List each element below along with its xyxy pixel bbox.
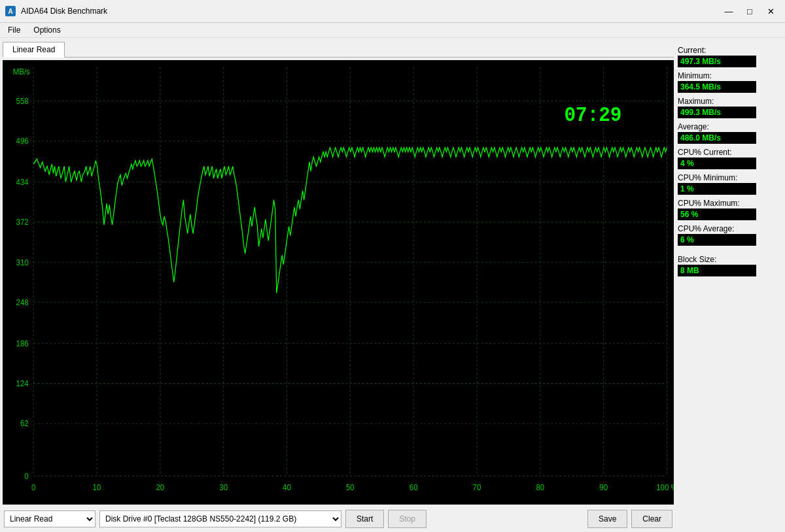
chart-svg: MB/s 558 496 434 372 310 248 186 124 62 … xyxy=(3,60,674,505)
stat-cpu-current: CPU% Current: 4 % xyxy=(678,145,782,169)
svg-text:372: 372 xyxy=(16,218,29,226)
average-value: 486.0 MB/s xyxy=(678,132,756,144)
tab-bar: Linear Read xyxy=(3,41,674,58)
stat-minimum: Minimum: 364.5 MB/s xyxy=(678,69,782,93)
svg-text:10: 10 xyxy=(93,483,101,491)
minimum-label: Minimum: xyxy=(678,71,782,80)
svg-text:30: 30 xyxy=(219,483,228,491)
svg-text:496: 496 xyxy=(16,137,29,145)
window-title: AIDA64 Disk Benchmark xyxy=(21,7,714,16)
maximum-value: 499.3 MB/s xyxy=(678,107,756,118)
minimum-value: 364.5 MB/s xyxy=(678,81,756,93)
svg-text:60: 60 xyxy=(410,483,418,491)
svg-text:80: 80 xyxy=(536,483,544,491)
title-bar: A AIDA64 Disk Benchmark — □ ✕ xyxy=(0,0,785,23)
svg-text:A: A xyxy=(8,8,12,15)
svg-text:558: 558 xyxy=(16,97,29,105)
cpu-current-label: CPU% Current: xyxy=(678,148,782,157)
svg-text:40: 40 xyxy=(283,483,291,491)
svg-text:0: 0 xyxy=(31,483,36,491)
window-controls: — □ ✕ xyxy=(720,4,780,18)
stat-current: Current: 497.3 MB/s xyxy=(678,43,782,67)
maximum-label: Maximum: xyxy=(678,97,782,106)
svg-text:90: 90 xyxy=(599,483,608,491)
stat-block-size: Block Size: 8 MB xyxy=(678,252,782,276)
tab-linear-read[interactable]: Linear Read xyxy=(3,42,65,58)
block-size-value: 8 MB xyxy=(678,265,756,276)
svg-text:MB/s: MB/s xyxy=(13,67,30,76)
svg-text:70: 70 xyxy=(473,483,481,491)
stat-cpu-minimum: CPU% Minimum: 1 % xyxy=(678,171,782,195)
save-button[interactable]: Save xyxy=(587,510,627,528)
svg-text:248: 248 xyxy=(16,298,29,307)
stat-average: Average: 486.0 MB/s xyxy=(678,120,782,144)
bottom-controls: Linear Read Disk Drive #0 [Teclast 128GB… xyxy=(3,507,674,531)
current-label: Current: xyxy=(678,46,782,55)
cpu-minimum-value: 1 % xyxy=(678,183,756,195)
disk-select[interactable]: Disk Drive #0 [Teclast 128GB NS550-2242]… xyxy=(99,510,341,527)
menu-bar: File Options xyxy=(0,23,785,38)
test-type-select[interactable]: Linear Read xyxy=(4,510,96,527)
svg-text:100 %: 100 % xyxy=(656,483,674,491)
maximize-button[interactable]: □ xyxy=(741,4,759,18)
average-label: Average: xyxy=(678,122,782,131)
svg-text:62: 62 xyxy=(20,419,29,427)
cpu-maximum-value: 56 % xyxy=(678,208,756,220)
cpu-average-label: CPU% Average: xyxy=(678,224,782,233)
block-size-label: Block Size: xyxy=(678,255,782,264)
minimize-button[interactable]: — xyxy=(720,4,738,18)
svg-text:434: 434 xyxy=(16,178,29,186)
left-panel: Linear Read xyxy=(3,41,674,531)
start-button[interactable]: Start xyxy=(345,510,384,528)
stat-cpu-maximum: CPU% Maximum: 56 % xyxy=(678,196,782,220)
cpu-average-value: 6 % xyxy=(678,234,756,246)
stop-button[interactable]: Stop xyxy=(388,510,427,528)
svg-text:20: 20 xyxy=(156,483,164,491)
svg-text:186: 186 xyxy=(16,339,29,347)
app-icon: A xyxy=(5,6,16,16)
svg-text:0: 0 xyxy=(24,471,29,480)
cpu-minimum-label: CPU% Minimum: xyxy=(678,173,782,182)
cpu-current-value: 4 % xyxy=(678,158,756,169)
stat-maximum: Maximum: 499.3 MB/s xyxy=(678,94,782,118)
menu-options[interactable]: Options xyxy=(28,24,65,36)
chart-container: MB/s 558 496 434 372 310 248 186 124 62 … xyxy=(3,60,674,505)
stat-cpu-average: CPU% Average: 6 % xyxy=(678,222,782,246)
close-button[interactable]: ✕ xyxy=(761,4,780,18)
chart-timer: 07:29 xyxy=(564,105,621,127)
menu-file[interactable]: File xyxy=(3,24,26,36)
svg-text:50: 50 xyxy=(346,483,355,491)
cpu-maximum-label: CPU% Maximum: xyxy=(678,199,782,208)
current-value: 497.3 MB/s xyxy=(678,56,756,67)
svg-text:124: 124 xyxy=(16,379,29,388)
main-content: Linear Read xyxy=(0,38,785,532)
clear-button[interactable]: Clear xyxy=(631,510,672,528)
svg-text:310: 310 xyxy=(16,258,29,266)
stats-panel: Current: 497.3 MB/s Minimum: 364.5 MB/s … xyxy=(678,41,782,531)
